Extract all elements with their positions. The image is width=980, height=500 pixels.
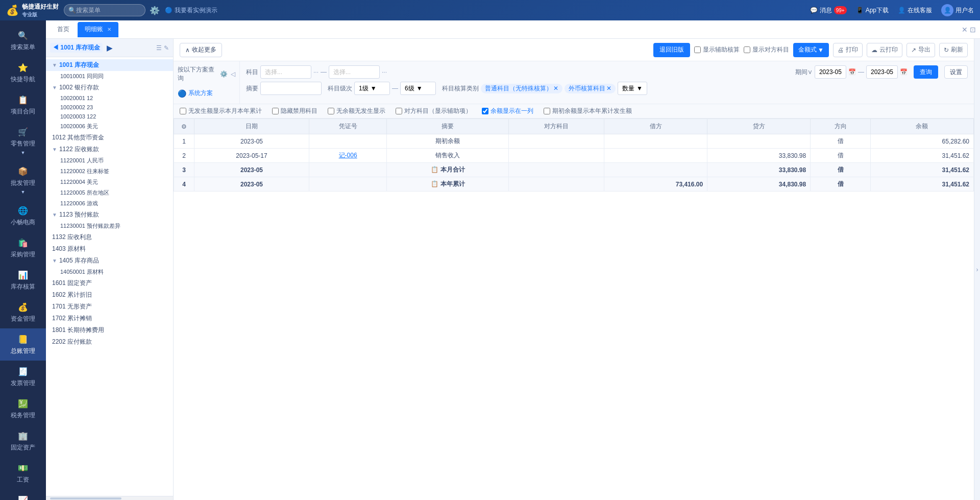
tree-nav-icon[interactable]: ▶ xyxy=(107,44,112,52)
sidebar-item-wholesale[interactable]: 📦 批发管理 ▼ xyxy=(0,160,46,200)
tree-node-10020002[interactable]: 10020002 23 xyxy=(46,103,173,112)
tree-scrollbar[interactable] xyxy=(46,496,173,500)
tree-list-icon[interactable]: ☰ xyxy=(156,44,162,52)
type-tag1-close[interactable]: ✕ xyxy=(553,85,558,92)
tree-node-1002[interactable]: ▼1002 银行存款 xyxy=(46,82,173,93)
settings-btn[interactable]: 设置 xyxy=(944,65,968,79)
period-to-input[interactable]: 2023-05 xyxy=(866,65,898,79)
tree-node-11220004[interactable]: 11220004 美元 xyxy=(46,177,173,187)
tree-node-11220006[interactable]: 11220006 游戏 xyxy=(46,198,173,209)
tree-node-11220001[interactable]: 11220001 人民币 xyxy=(46,155,173,166)
tree-node-10010001[interactable]: 10010001 同同同 xyxy=(46,71,173,82)
checkbox-opening-ytd[interactable]: 期初余额显示本年累计发生额 xyxy=(544,107,632,115)
subject-from-input[interactable]: 选择... xyxy=(260,65,311,79)
checkbox-balance-col[interactable]: 余额显示在一列 xyxy=(482,107,533,115)
calendar-from-icon[interactable]: 📅 xyxy=(848,68,856,76)
tree-settings-icon[interactable]: ✎ xyxy=(164,44,169,52)
tree-node-1701[interactable]: 1701 无形资产 xyxy=(46,301,173,313)
tree-node-1012[interactable]: 1012 其他货币资金 xyxy=(46,132,173,144)
sidebar-item-finance[interactable]: 💰 资金管理 xyxy=(0,296,46,328)
query-btn[interactable]: 查询 xyxy=(914,65,938,79)
tab-expand-icon[interactable]: ⊡ xyxy=(970,26,976,34)
show-contra-checkbox[interactable]: 显示对方科目 xyxy=(744,45,789,54)
tree-node-1702[interactable]: 1702 累计摊销 xyxy=(46,313,173,324)
assets-icon: 🏢 xyxy=(17,430,29,441)
tab-close-all-icon[interactable]: ✕ xyxy=(962,26,968,34)
subject-to-input[interactable]: 选择... xyxy=(329,65,380,79)
type-tag2-close[interactable]: ✕ xyxy=(606,85,611,92)
demo-link[interactable]: 🔵 我要看实例演示 xyxy=(165,6,217,15)
checkbox-hide-disabled[interactable]: 隐藏禁用科目 xyxy=(272,107,317,115)
online-service-btn[interactable]: 👤 在线客服 xyxy=(898,6,932,15)
sidebar-item-purchase[interactable]: 🛍️ 采购管理 xyxy=(0,232,46,264)
refresh-btn[interactable]: ↻ 刷新 xyxy=(939,43,968,57)
top-search[interactable]: 🔍 xyxy=(64,4,145,16)
user-avatar[interactable]: 👤 用户名 xyxy=(941,4,974,16)
summary-input[interactable] xyxy=(260,82,322,95)
show-auxiliary-checkbox[interactable]: 显示辅助核算 xyxy=(694,45,740,54)
checkbox-no-balance[interactable]: 无余额无发生显示 xyxy=(328,107,385,115)
tab-detail-account[interactable]: 明细账 ✕ xyxy=(78,22,118,37)
row1-voucher xyxy=(309,134,387,149)
row3-debit xyxy=(604,163,707,177)
calendar-to-icon[interactable]: 📅 xyxy=(900,68,908,76)
sidebar-item-assets[interactable]: 🏢 固定资产 xyxy=(0,425,46,457)
sidebar-item-inventory[interactable]: 📊 库存核算 xyxy=(0,264,46,296)
expand-filter-btn[interactable]: ∧ 收起更多 xyxy=(180,43,222,57)
tree-node-10020006[interactable]: 10020006 美元 xyxy=(46,121,173,132)
export-btn[interactable]: ↗ 导出 xyxy=(906,43,935,57)
right-collapse-btn[interactable]: › xyxy=(974,39,980,500)
tab-close-icon[interactable]: ✕ xyxy=(107,27,111,32)
sidebar-item-project[interactable]: 📋 项目合同 xyxy=(0,89,46,121)
tree-node-11220005[interactable]: 11220005 所在地区 xyxy=(46,187,173,198)
level-from-select[interactable]: 1级 ▼ xyxy=(354,82,390,95)
type-tag3-select[interactable]: 数量 ▼ xyxy=(618,82,647,95)
tree-node-14050001[interactable]: 14050001 原材料 xyxy=(46,267,173,277)
search-input[interactable] xyxy=(76,7,127,14)
sidebar-item-salary[interactable]: 💵 工资 xyxy=(0,457,46,489)
tree-node-1601[interactable]: 1601 固定资产 xyxy=(46,277,173,289)
back-oldversion-btn[interactable]: 退回旧版 xyxy=(653,43,690,57)
tree-node-1122[interactable]: ▼1122 应收账款 xyxy=(46,144,173,155)
checkbox-contra[interactable]: 对方科目（显示辅助项） xyxy=(396,107,472,115)
period-label: 期间∨ xyxy=(795,68,813,77)
sidebar-item-tax[interactable]: 💹 税务管理 xyxy=(0,393,46,425)
app-download-btn[interactable]: 📱 App下载 xyxy=(856,6,889,15)
tree-node-1602[interactable]: 1602 累计折旧 xyxy=(46,289,173,301)
sidebar-item-quick-nav[interactable]: ⭐ 快捷导航 xyxy=(0,57,46,89)
print-btn[interactable]: 🖨 打印 xyxy=(833,43,863,57)
avatar: 👤 xyxy=(941,4,953,16)
tree-node-1132[interactable]: 1132 应收利息 xyxy=(46,231,173,243)
sidebar-item-ledger[interactable]: 📒 总账管理 xyxy=(0,328,46,361)
tab-home[interactable]: 首页 xyxy=(50,22,77,37)
type-tag2[interactable]: 外币核算科目 ✕ xyxy=(565,84,616,93)
sidebar-item-invoice[interactable]: 🧾 发票管理 xyxy=(0,361,46,393)
tree-node-1123[interactable]: ▼1123 预付账款 xyxy=(46,209,173,221)
tree-node-1403[interactable]: 1403 原材料 xyxy=(46,243,173,255)
level-to-select[interactable]: 6级 ▼ xyxy=(400,82,436,95)
scheme-collapse-icon[interactable]: ◁ xyxy=(231,70,235,78)
tree-node-10020003[interactable]: 10020003 122 xyxy=(46,112,173,121)
sidebar-item-retail[interactable]: 🛒 零售管理 ▼ xyxy=(0,121,46,160)
row2-voucher[interactable]: 记-006 xyxy=(309,149,387,163)
tree-node-1405[interactable]: ▼1405 库存商品 xyxy=(46,255,173,267)
period-from-input[interactable]: 2023-05 xyxy=(815,65,846,79)
scheme-settings-icon[interactable]: ⚙️ xyxy=(220,70,228,78)
amount-format-btn[interactable]: 金额式 ▼ xyxy=(793,43,829,57)
tree-node-10020001[interactable]: 10020001 12 xyxy=(46,93,173,103)
settings-icon[interactable]: ⚙️ xyxy=(150,6,160,15)
sidebar-item-search[interactable]: 🔍 搜索菜单 xyxy=(0,25,46,57)
sidebar-item-operations[interactable]: 📈 经营管理 xyxy=(0,489,46,500)
cloud-print-btn[interactable]: ☁ 云打印 xyxy=(867,43,902,57)
type-tag1[interactable]: 普通科目（无特殊核算） ✕ xyxy=(481,84,562,93)
tree-node-11220002[interactable]: 11220002 往来标签 xyxy=(46,166,173,177)
checkbox-no-debit[interactable]: 无发生额显示本月本年累计 xyxy=(180,107,262,115)
tree-node-2202[interactable]: 2202 应付账款 xyxy=(46,336,173,348)
tree-node-1801[interactable]: 1801 长期待摊费用 xyxy=(46,324,173,336)
main-area: ∧ 收起更多 退回旧版 显示辅助核算 xyxy=(174,39,974,500)
tree-node-1001[interactable]: ▼1001 库存现金 xyxy=(46,59,173,71)
tree-node-11230001[interactable]: 11230001 预付账款差异 xyxy=(46,221,173,231)
system-scheme-btn[interactable]: 🔵 系统方案 xyxy=(178,87,235,100)
sidebar-item-ecommerce[interactable]: 🌐 小畅电商 xyxy=(0,200,46,232)
message-btn[interactable]: 💬 消息 99+ xyxy=(810,6,847,15)
